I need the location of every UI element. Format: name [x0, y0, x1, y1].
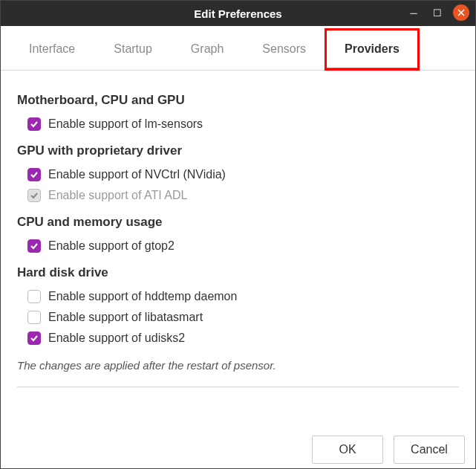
separator [17, 386, 459, 387]
row-libatasmart: Enable support of libatasmart [17, 307, 459, 328]
row-ati: Enable support of ATI ADL [17, 185, 459, 206]
row-gtop2: Enable support of gtop2 [17, 236, 459, 256]
maximize-button[interactable]: ☐ [429, 4, 446, 21]
section-cpu-title: CPU and memory usage [17, 215, 459, 230]
footer: OK Cancel [312, 431, 465, 468]
close-button[interactable] [453, 4, 469, 21]
checkbox-udisks2[interactable] [27, 331, 41, 345]
checkbox-libatasmart[interactable] [27, 311, 41, 324]
window-title: Edit Preferences [194, 7, 281, 20]
tab-startup[interactable]: Startup [94, 29, 172, 70]
checkbox-ati [27, 189, 41, 202]
ok-button[interactable]: OK [312, 436, 383, 464]
checkbox-nvctrl[interactable] [27, 168, 41, 181]
row-hddtemp: Enable support of hddtemp daemon [17, 286, 459, 307]
label-libatasmart: Enable support of libatasmart [48, 311, 203, 324]
tabs: Interface Startup Graph Sensors Provider… [1, 29, 475, 71]
label-udisks2: Enable support of udisks2 [48, 331, 185, 345]
close-icon [457, 9, 465, 16]
window-controls: ─ ☐ [405, 4, 469, 21]
tab-providers[interactable]: Providers [325, 29, 419, 70]
label-lm-sensors: Enable support of lm-sensors [48, 117, 203, 131]
label-hddtemp: Enable support of hddtemp daemon [48, 290, 237, 303]
section-hdd-title: Hard disk drive [17, 265, 459, 280]
content-area: Motherboard, CPU and GPU Enable support … [1, 71, 475, 395]
checkbox-lm-sensors[interactable] [27, 117, 41, 131]
titlebar: Edit Preferences ─ ☐ [1, 1, 475, 26]
restart-note: The changes are applied after the restar… [17, 359, 459, 372]
tab-sensors[interactable]: Sensors [243, 29, 325, 70]
label-gtop2: Enable support of gtop2 [48, 239, 175, 253]
minimize-button[interactable]: ─ [405, 4, 422, 21]
preferences-window: Edit Preferences ─ ☐ Interface Startup G… [0, 0, 476, 469]
tab-graph[interactable]: Graph [172, 29, 243, 70]
label-ati: Enable support of ATI ADL [48, 189, 187, 202]
section-mobo-title: Motherboard, CPU and GPU [17, 93, 459, 108]
checkbox-gtop2[interactable] [27, 239, 41, 253]
cancel-button[interactable]: Cancel [394, 436, 465, 464]
row-lm-sensors: Enable support of lm-sensors [17, 114, 459, 135]
tab-interface[interactable]: Interface [10, 29, 94, 70]
label-nvctrl: Enable support of NVCtrl (NVidia) [48, 168, 226, 181]
row-udisks2: Enable support of udisks2 [17, 328, 459, 349]
row-nvctrl: Enable support of NVCtrl (NVidia) [17, 164, 459, 185]
checkbox-hddtemp[interactable] [27, 290, 41, 303]
section-gpu-title: GPU with proprietary driver [17, 143, 459, 158]
